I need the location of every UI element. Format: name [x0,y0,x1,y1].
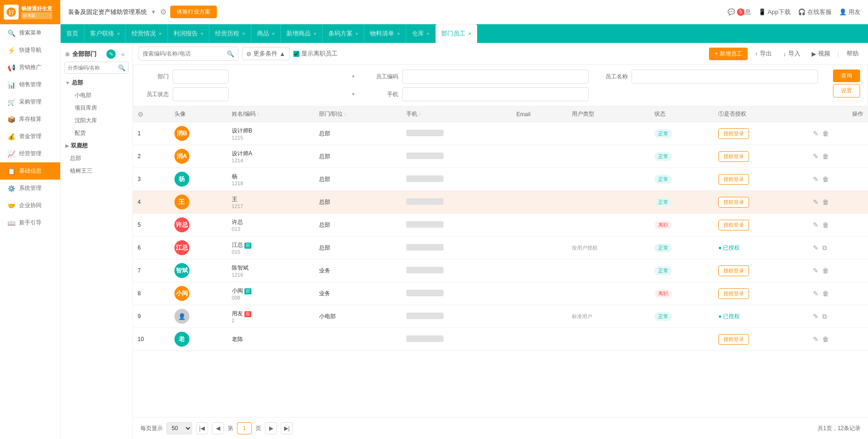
show-resigned-checkbox[interactable] [293,51,299,57]
tab-goods-close[interactable]: × [272,31,275,36]
tab-history[interactable]: 经营历程× [209,24,251,43]
tab-warehouse-close[interactable]: × [427,31,430,36]
edit-icon-2[interactable]: ✎ [813,153,819,160]
col-settings[interactable]: ⚙ [133,106,170,122]
export-btn[interactable]: ↑ 导出 [751,48,776,60]
copy-icon-9[interactable]: ⧉ [822,313,827,321]
trial-button[interactable]: 体验行业方案 [170,6,217,18]
col-name-code[interactable]: 姓名/编码 [227,106,314,122]
tab-warehouse[interactable]: 仓库× [406,24,436,43]
last-page-btn[interactable]: ▶| [281,422,293,434]
edit-icon-10[interactable]: ✎ [813,335,819,343]
delete-icon-7[interactable]: 🗑 [822,267,829,274]
auth-btn-8[interactable]: 授权登录 [718,288,749,299]
dept-item-xmkf[interactable]: 项目库房 [61,102,132,114]
auth-btn-5[interactable]: 授权登录 [718,220,749,230]
gear-icon[interactable]: ⚙ [160,7,167,16]
sidebar-item-inventory[interactable]: 📦库存核算 [0,111,60,128]
delete-icon-10[interactable]: 🗑 [822,335,829,343]
edit-icon-6[interactable]: ✎ [813,244,819,251]
app-download-action[interactable]: 📱 App下载 [758,8,791,16]
search-input[interactable] [143,50,227,57]
tab-new-goods-close[interactable]: × [313,31,316,36]
dept-search-icon[interactable]: 🔍 [118,64,125,71]
dept-item-peihuo[interactable]: 配货 [61,127,132,139]
delete-icon-5[interactable]: 🗑 [822,221,829,229]
app-title-dropdown[interactable]: ▼ [151,9,156,15]
auth-btn-3[interactable]: 授权登录 [718,174,749,185]
delete-icon-4[interactable]: 🗑 [822,198,829,206]
dept-tree-collapse-icon[interactable]: « [118,49,128,59]
sidebar-item-collab[interactable]: 🤝企业协同 [0,197,60,214]
tab-employees-close[interactable]: × [468,31,471,36]
tab-home[interactable]: 首页 [61,24,84,43]
dept-select[interactable] [173,70,229,84]
sidebar-item-marketing[interactable]: 📢营销推广 [0,59,60,76]
delete-icon-2[interactable]: 🗑 [822,153,829,160]
col-dept-position[interactable]: 部门/职位 [314,106,402,122]
tab-operation[interactable]: 经营情况× [126,24,167,43]
more-conditions-btn[interactable]: ⊜ 更多条件 ▲ [242,47,290,60]
tab-bom[interactable]: 物料清单× [364,24,406,43]
edit-icon-3[interactable]: ✎ [813,175,819,183]
dept-group-zongbu[interactable]: ▼ 总部 [61,77,132,89]
sidebar-item-search[interactable]: 🔍搜索菜单 [0,24,60,42]
delete-icon-3[interactable]: 🗑 [822,175,829,183]
import-btn[interactable]: ↓ 导入 [779,48,804,60]
dept-item-zhishu[interactable]: 植树王三 [61,165,132,177]
sidebar-item-quicknav[interactable]: ⚡快捷导航 [0,42,60,59]
tab-customer-close[interactable]: × [117,31,120,36]
user-menu[interactable]: 👤 用友 [839,8,861,16]
show-resigned-toggle[interactable]: 显示离职员工 [293,49,338,58]
dept-edit-icon[interactable]: ✎ [106,49,116,59]
tab-new-goods[interactable]: 新增商品× [281,24,322,43]
add-employee-button[interactable]: + 新增员工 [709,48,747,60]
sidebar-item-system[interactable]: ⚙️系统管理 [0,180,60,197]
tab-history-close[interactable]: × [242,31,245,36]
sidebar-item-guide[interactable]: 📖新手引导 [0,214,60,231]
search-submit-icon[interactable]: 🔍 [227,50,234,57]
help-btn[interactable]: 帮助 [843,48,862,60]
tab-profit-close[interactable]: × [201,31,203,36]
delete-icon-8[interactable]: 🗑 [822,290,829,297]
tab-barcode[interactable]: 条码方案× [323,24,364,43]
set-button[interactable]: 设置 [833,84,860,98]
auth-btn-7[interactable]: 授权登录 [718,265,749,276]
query-button[interactable]: 查询 [833,70,860,82]
tab-operation-close[interactable]: × [159,31,161,36]
edit-icon-9[interactable]: ✎ [813,313,819,320]
edit-icon-1[interactable]: ✎ [813,130,819,137]
auth-btn-2[interactable]: 授权登录 [718,151,749,162]
first-page-btn[interactable]: |◀ [196,422,208,434]
edit-icon-4[interactable]: ✎ [813,198,819,206]
auth-btn-10[interactable]: 授权登录 [718,334,749,345]
dept-item-zongbu2[interactable]: 总部 [61,152,132,165]
edit-icon-7[interactable]: ✎ [813,267,819,274]
col-phone[interactable]: 手机 [402,106,512,122]
tab-profit[interactable]: 利润报告× [168,24,209,43]
next-page-btn[interactable]: ▶ [265,422,277,434]
settings-icon[interactable]: ⚙ [138,111,144,118]
sidebar-item-finance[interactable]: 💰资金管理 [0,128,60,145]
online-service-action[interactable]: 🎧 在线客服 [798,8,832,16]
auth-btn-4[interactable]: 授权登录 [718,197,749,208]
phone-input[interactable] [402,87,589,101]
dept-search-input[interactable] [68,65,118,70]
emp-name-input[interactable] [632,70,818,84]
message-action[interactable]: 💬 5 消息 [728,8,751,16]
prev-page-btn[interactable]: ◀ [212,422,224,434]
dept-item-sydk[interactable]: 沈阳大库 [61,114,132,127]
tab-employees[interactable]: 部门员工× [436,24,477,43]
tab-customer[interactable]: 客户联络× [84,24,126,43]
tab-goods[interactable]: 商品× [251,24,281,43]
dept-item-xiaodibu[interactable]: 小电部 [61,89,132,102]
status-select[interactable] [173,87,229,101]
per-page-select[interactable]: 50 20 100 [167,422,192,434]
sidebar-item-basic-info[interactable]: 📋基础信息 [0,162,60,180]
tab-barcode-close[interactable]: × [355,31,358,36]
sidebar-item-purchase[interactable]: 🛒采购管理 [0,93,60,111]
delete-icon-1[interactable]: 🗑 [822,130,829,137]
sidebar-item-operations[interactable]: 📈经营管理 [0,145,60,162]
auth-btn-1[interactable]: 授权登录 [718,128,749,139]
edit-icon-8[interactable]: ✎ [813,290,819,297]
